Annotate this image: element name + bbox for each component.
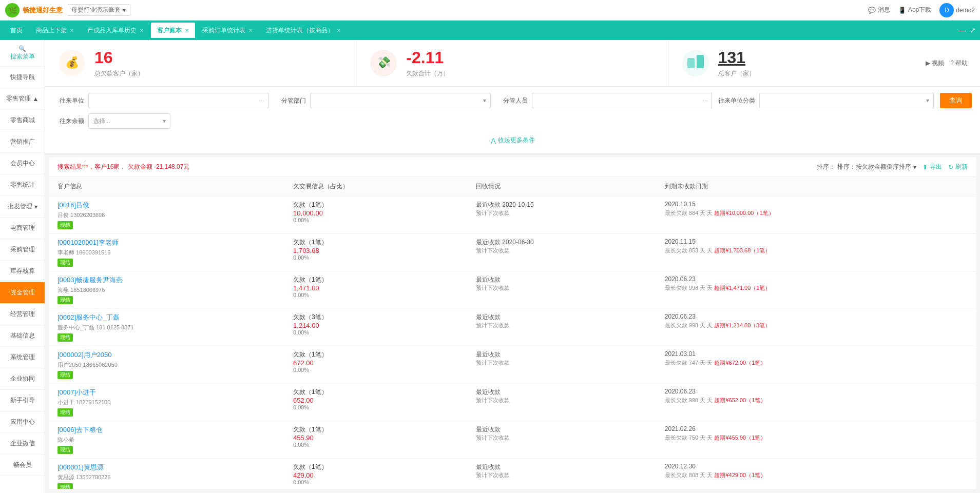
store-label: 母婴行业演示账套	[71, 6, 121, 14]
col-due-date: 到期未收款日期	[657, 177, 976, 196]
customer-name[interactable]: [0003]畅捷服务尹海燕	[57, 275, 277, 285]
cell-customer-info: [0002]服务中心_丁磊 服务中心_丁磊 181 0125 8371 现结	[49, 309, 285, 346]
sidebar-item-ecommerce[interactable]: 电商管理	[0, 218, 45, 239]
video-btn[interactable]: ▶ 视频	[926, 59, 944, 68]
user-btn[interactable]: D demo2	[939, 3, 975, 17]
app-download-btn[interactable]: 📱 App下载	[898, 6, 931, 14]
sidebar-item-members[interactable]: 会员中心	[0, 153, 45, 174]
tabs-minimize-icon[interactable]: —	[958, 26, 966, 34]
tab-purchase-stats[interactable]: 采购订单统计表 ✕	[196, 23, 259, 38]
customer-contact: 服务中心_丁磊 181 0125 8371	[57, 324, 277, 331]
filter-select-category[interactable]: ▾	[759, 93, 934, 108]
message-btn[interactable]: 💬 消息	[868, 6, 890, 14]
overdue-amount[interactable]: 超期¥1,214.00（3笔）	[714, 322, 771, 328]
top-bar: 🌿 畅捷通好生意 母婴行业演示账套 ▾ 💬 消息 📱 App下载 D demo2	[0, 0, 980, 21]
tab-customer-ledger[interactable]: 客户账本 ✕	[151, 23, 195, 38]
overdue-amount[interactable]: 超期¥652.00（1笔）	[714, 397, 766, 403]
overdue-amount[interactable]: 超期¥672.00（1笔）	[714, 360, 766, 366]
customer-name[interactable]: [0016]吕俊	[57, 201, 277, 210]
debt-amount-icon: 💸	[369, 49, 398, 77]
sidebar-item-retail-stats[interactable]: 零售统计	[0, 174, 45, 196]
table-row: [0006]去下粮仓 陈小希 现结 欠款（1笔） 455.90 0.00% 最近…	[49, 421, 976, 459]
customer-name[interactable]: [000002]用户2050	[57, 350, 277, 360]
customer-name[interactable]: [0007]小进干	[57, 388, 277, 397]
debt-amount[interactable]: 652.00	[293, 397, 459, 404]
sidebar-item-wholesale-mgmt[interactable]: 批发管理 ▾	[0, 196, 45, 218]
debt-count: 欠款（1笔）	[293, 201, 459, 209]
cell-collect-status: 最近收款 预计下次收款	[468, 271, 657, 309]
sidebar-item-chang-member[interactable]: 畅会员	[0, 455, 45, 476]
filter-select-dept[interactable]: ▾	[310, 93, 491, 108]
refresh-btn[interactable]: ↻ 刷新	[948, 163, 968, 171]
filter-select-balance[interactable]: 选择... ▾	[88, 113, 170, 129]
help-btn[interactable]: ? 帮助	[950, 59, 968, 68]
sidebar-item-enterprise-wechat[interactable]: 企业微信	[0, 433, 45, 455]
debt-pct: 0.00%	[293, 254, 459, 261]
sidebar-item-search[interactable]: 🔍 搜索菜单	[0, 40, 45, 67]
tab-inbound-stats[interactable]: 进货单统计表（按商品） ✕	[260, 23, 347, 38]
predict-collect: 预计下次收款	[476, 322, 648, 329]
customer-name[interactable]: [0006]去下粮仓	[57, 425, 277, 435]
close-icon[interactable]: ✕	[248, 28, 253, 33]
message-icon: 💬	[868, 7, 876, 14]
filter-input-vendor[interactable]: ···	[88, 93, 269, 108]
collapse-btn[interactable]: ⋀ 收起更多条件	[53, 134, 972, 147]
sidebar-item-basic-info[interactable]: 基础信息	[0, 325, 45, 347]
debt-count: 欠款（1笔）	[293, 425, 459, 434]
debt-amount[interactable]: 455.90	[293, 434, 459, 442]
export-btn[interactable]: ⬆ 导出	[923, 163, 942, 171]
close-icon[interactable]: ✕	[70, 28, 74, 33]
debt-amount[interactable]: 672.00	[293, 359, 459, 367]
close-icon[interactable]: ✕	[140, 28, 144, 33]
overdue-amount[interactable]: 超期¥10,000.00（1笔）	[714, 210, 774, 216]
debt-pct: 0.00%	[293, 479, 459, 485]
customer-name[interactable]: [0002]服务中心_丁磊	[57, 313, 277, 322]
close-icon[interactable]: ✕	[185, 28, 189, 33]
sidebar-item-quick-nav[interactable]: 快捷导航	[0, 67, 45, 88]
stat-text-debt-amount: -2.11 欠款合计（万）	[406, 48, 449, 78]
tag-xian: 现结	[57, 333, 73, 342]
customer-name[interactable]: [000001]黄思源	[57, 463, 277, 472]
tag-xian: 现结	[57, 483, 73, 489]
table-summary: 搜索结果中，客户16家， 欠款金额 -21,148.07元	[57, 163, 189, 171]
sidebar-item-operations[interactable]: 经营管理	[0, 304, 45, 325]
debt-amount[interactable]: 1,214.00	[293, 322, 459, 329]
overdue-date: 2020.11.15	[665, 238, 968, 245]
overdue-amount[interactable]: 超期¥455.90（1笔）	[714, 435, 766, 441]
sort-select[interactable]: 排序： 排序：按欠款金额倒序排序 ▾	[817, 163, 916, 171]
sidebar-item-collaboration[interactable]: 企业协同	[0, 368, 45, 390]
debt-amount[interactable]: 429.00	[293, 471, 459, 479]
sidebar-item-guide[interactable]: 新手引导	[0, 390, 45, 411]
filter-item-category: 往来单位分类 ▾	[718, 93, 934, 108]
sidebar-item-retail-mgmt[interactable]: 零售管理 ▲	[0, 88, 45, 110]
tabs-expand-icon[interactable]: ⤢	[970, 26, 976, 34]
filter-input-person[interactable]: ···	[532, 93, 713, 108]
stat-label-debt-amount: 欠款合计（万）	[406, 69, 449, 78]
customer-name[interactable]: [0001020001]李老师	[57, 238, 277, 247]
sidebar-item-marketing[interactable]: 营销推广	[0, 131, 45, 153]
debt-amount[interactable]: 10,000.00	[293, 209, 459, 217]
sidebar-item-purchase[interactable]: 采购管理	[0, 239, 45, 261]
overdue-amount[interactable]: 超期¥429.00（1笔）	[714, 472, 766, 478]
sidebar-item-retail-mall[interactable]: 零售商城	[0, 110, 45, 131]
cell-debt-info: 欠款（1笔） 672.00 0.00%	[285, 346, 468, 384]
close-icon[interactable]: ✕	[337, 28, 341, 33]
store-selector[interactable]: 母婴行业演示账套 ▾	[67, 4, 130, 16]
overdue-amount[interactable]: 超期¥1,471.00（1笔）	[714, 285, 771, 291]
sidebar-item-system[interactable]: 系统管理	[0, 347, 45, 368]
sidebar: 🔍 搜索菜单 快捷导航 零售管理 ▲ 零售商城 营销推广 会员中心 零售统计 批…	[0, 40, 45, 493]
sidebar-item-finance[interactable]: 资金管理	[0, 282, 45, 304]
stat-card-actions: ▶ 视频 ? 帮助	[926, 59, 968, 68]
debt-amount[interactable]: 1,703.68	[293, 247, 459, 254]
tab-product-listing[interactable]: 商品上下架 ✕	[30, 23, 80, 38]
tab-production-history[interactable]: 产成品入库单历史 ✕	[81, 23, 150, 38]
debt-amount[interactable]: 1,471.00	[293, 284, 459, 292]
sidebar-item-app-center[interactable]: 应用中心	[0, 411, 45, 433]
search-button[interactable]: 查询	[940, 93, 972, 108]
tab-home[interactable]: 首页	[4, 23, 29, 38]
cell-debt-info: 欠款（1笔） 10,000.00 0.00%	[285, 196, 468, 234]
cell-debt-info: 欠款（1笔） 1,471.00 0.00%	[285, 271, 468, 309]
overdue-amount[interactable]: 超期¥1,703.68（1笔）	[714, 247, 771, 253]
sidebar-item-inventory[interactable]: 库存核算	[0, 261, 45, 282]
chevron-down-icon: ▾	[34, 203, 37, 210]
